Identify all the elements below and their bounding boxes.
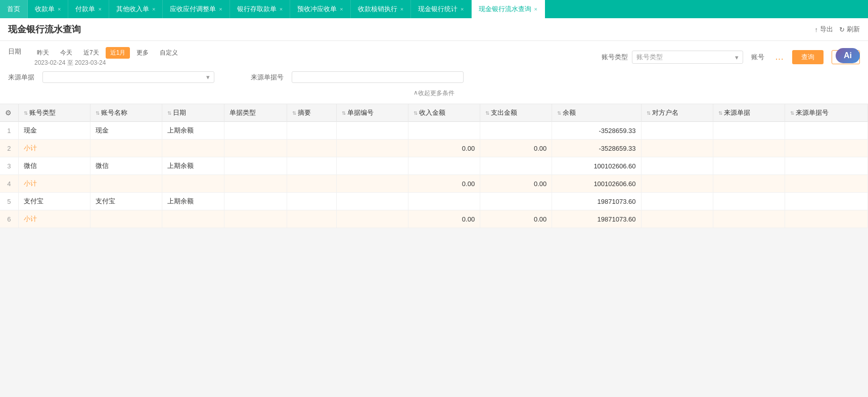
source-doc-no-input[interactable] (292, 71, 464, 83)
nav-bank-deposit[interactable]: 银行存取款单 × (230, 0, 290, 18)
collapse-label: 收起更多条件 (418, 89, 454, 98)
page-header: 现金银行流水查询 ↑ 导出 ↻ 刷新 (0, 18, 868, 41)
source-doc-label: 来源单据 (8, 73, 34, 82)
col-doc-type[interactable]: 单据类型 (224, 104, 287, 122)
filter-row-2: 来源单据 ▾ 来源单据号 (8, 71, 860, 83)
data-table: ⚙ ⇅账号类型 ⇅账号名称 ⇅日期 单据类型 ⇅摘要 ⇅单据编号 (0, 104, 868, 228)
col-source-doc-no[interactable]: ⇅来源单据号 (785, 104, 867, 122)
nav-payment[interactable]: 付款单 × (68, 0, 109, 18)
table-row: 4小计0.000.00100102606.60 (0, 175, 868, 193)
refresh-icon: ↻ (839, 26, 845, 33)
query-button[interactable]: 查询 (792, 50, 824, 64)
table-row: 3微信微信上期余额100102606.60 (0, 157, 868, 175)
col-doc-no[interactable]: ⇅单据编号 (336, 104, 408, 122)
sort-arrows-icon: ⇅ (557, 110, 561, 116)
account-label: 账号 (751, 53, 771, 62)
date-custom[interactable]: 自定义 (155, 47, 182, 59)
nav-cash-bank-stat[interactable]: 现金银行统计 × (411, 0, 471, 18)
sort-arrows-icon: ⇅ (24, 110, 28, 116)
close-icon[interactable]: × (280, 6, 283, 12)
sort-arrows-icon: ⇅ (718, 110, 722, 116)
date-1month[interactable]: 近1月 (106, 47, 130, 59)
table-row: 1现金现金上期余额-3528659.33 (0, 122, 868, 140)
refresh-button[interactable]: ↻ 刷新 (839, 25, 860, 34)
date-label: 日期 (8, 47, 28, 56)
close-icon[interactable]: × (152, 6, 155, 12)
date-today[interactable]: 今天 (56, 47, 77, 59)
nav-verify[interactable]: 收款核销执行 × (351, 0, 411, 18)
table-header-row: ⚙ ⇅账号类型 ⇅账号名称 ⇅日期 单据类型 ⇅摘要 ⇅单据编号 (0, 104, 868, 122)
export-button[interactable]: ↑ 导出 (815, 25, 834, 34)
account-type-label: 账号类型 (602, 53, 628, 62)
nav-other-income[interactable]: 其他收入单 × (109, 0, 163, 18)
nav-advance[interactable]: 预收冲应收单 × (290, 0, 350, 18)
col-account-type[interactable]: ⇅账号类型 (18, 104, 90, 122)
col-date[interactable]: ⇅日期 (162, 104, 224, 122)
sort-arrows-icon: ⇅ (414, 110, 418, 116)
chevron-down-icon: ▾ (206, 73, 210, 81)
close-icon[interactable]: × (219, 6, 222, 12)
col-income[interactable]: ⇅收入金额 (408, 104, 480, 122)
nav-adjustment[interactable]: 应收应付调整单 × (163, 0, 230, 18)
collapse-bar[interactable]: ∧ 收起更多条件 (8, 87, 860, 100)
close-icon[interactable]: × (534, 6, 537, 12)
page-title: 现金银行流水查询 (8, 23, 81, 35)
source-doc-no-label: 来源单据号 (251, 73, 284, 82)
sort-arrows-icon: ⇅ (790, 110, 794, 116)
sort-arrows-icon: ⇅ (485, 110, 489, 116)
source-doc-select[interactable]: ▾ (42, 71, 214, 83)
chevron-down-icon: ▾ (735, 54, 739, 61)
col-balance[interactable]: ⇅余额 (552, 104, 641, 122)
close-icon[interactable]: × (461, 6, 464, 12)
table-container: ⚙ ⇅账号类型 ⇅账号名称 ⇅日期 单据类型 ⇅摘要 ⇅单据编号 (0, 104, 868, 228)
account-type-value: 账号类型 (636, 53, 663, 62)
col-summary[interactable]: ⇅摘要 (287, 104, 336, 122)
gear-icon[interactable]: ⚙ (5, 109, 12, 117)
collapse-icon: ∧ (414, 89, 418, 98)
col-settings: ⚙ (0, 104, 18, 122)
sort-arrows-icon: ⇅ (342, 110, 346, 116)
close-icon[interactable]: × (340, 6, 343, 12)
account-type-select[interactable]: 账号类型 ▾ (632, 51, 743, 64)
table-row: 5支付宝支付宝上期余额19871073.60 (0, 193, 868, 210)
nav-cash-bank-flow[interactable]: 现金银行流水查询 × (472, 0, 545, 18)
col-counterpart[interactable]: ⇅对方户名 (641, 104, 713, 122)
sort-arrows-icon: ⇅ (167, 110, 171, 116)
col-account-name[interactable]: ⇅账号名称 (90, 104, 162, 122)
table-row: 2小计0.000.00-3528659.33 (0, 140, 868, 157)
close-icon[interactable]: × (400, 6, 403, 12)
nav-receipt[interactable]: 收款单 × (28, 0, 68, 18)
sort-arrows-icon: ⇅ (96, 110, 100, 116)
table-row: 6小计0.000.0019871073.60 (0, 210, 868, 228)
ai-badge[interactable]: Ai (836, 48, 860, 63)
close-icon[interactable]: × (58, 6, 61, 12)
col-expense[interactable]: ⇅支出金额 (480, 104, 552, 122)
export-icon: ↑ (815, 26, 818, 33)
filter-row-1: 日期 昨天 今天 近7天 近1月 更多 自定义 2023-02-24 至 202… (8, 47, 860, 67)
filter-bar: 日期 昨天 今天 近7天 近1月 更多 自定义 2023-02-24 至 202… (0, 41, 868, 104)
sort-arrows-icon: ⇅ (647, 110, 651, 116)
date-options: 昨天 今天 近7天 近1月 更多 自定义 (32, 47, 182, 59)
nav-home[interactable]: 首页 (0, 0, 28, 18)
col-source-doc[interactable]: ⇅来源单据 (713, 104, 785, 122)
sort-arrows-icon: ⇅ (292, 110, 296, 116)
date-more[interactable]: 更多 (132, 47, 153, 59)
account-dots-button[interactable]: ... (775, 54, 784, 61)
date-range: 2023-02-24 至 2023-03-24 (34, 59, 182, 67)
top-navigation: 首页 收款单 × 付款单 × 其他收入单 × 应收应付调整单 × 银行存取款单 … (0, 0, 868, 18)
date-yesterday[interactable]: 昨天 (32, 47, 54, 59)
header-actions: ↑ 导出 ↻ 刷新 (815, 25, 860, 34)
close-icon[interactable]: × (98, 6, 101, 12)
date-7days[interactable]: 近7天 (79, 47, 104, 59)
